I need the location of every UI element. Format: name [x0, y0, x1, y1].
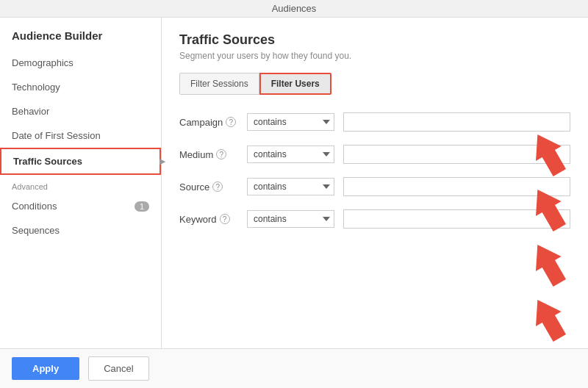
source-help-icon[interactable]: ? — [212, 182, 223, 192]
svg-marker-3 — [529, 292, 573, 345]
sidebar-item-date-label: Date of First Session — [12, 130, 101, 141]
keyword-label: Keyword ? — [179, 214, 238, 225]
sidebar-item-traffic-sources[interactable]: Traffic Sources — [0, 148, 161, 175]
content-title: Traffic Sources — [179, 32, 570, 48]
filter-sessions-button[interactable]: Filter Sessions — [179, 73, 259, 95]
apply-button[interactable]: Apply — [12, 357, 79, 380]
keyword-condition-select[interactable]: contains does not contain exactly matche… — [247, 210, 334, 228]
filter-users-button[interactable]: Filter Users — [259, 73, 331, 95]
medium-help-icon[interactable]: ? — [216, 149, 226, 159]
medium-condition-select[interactable]: contains does not contain exactly matche… — [247, 146, 334, 163]
sidebar-item-sequences[interactable]: Sequences — [0, 218, 161, 242]
campaign-filter-row: Campaign ? contains does not contain exa… — [179, 112, 570, 132]
filter-toggle-group: Filter Sessions Filter Users — [179, 73, 570, 95]
keyword-value-input[interactable] — [343, 209, 570, 229]
footer: Apply Cancel — [0, 348, 588, 388]
sidebar-item-conditions-label: Conditions — [12, 201, 57, 212]
svg-marker-2 — [529, 237, 573, 290]
source-filter-row: Source ? contains does not contain exact… — [179, 177, 570, 196]
medium-value-input[interactable] — [343, 145, 570, 164]
sidebar-item-technology[interactable]: Technology — [0, 75, 161, 99]
source-value-input[interactable] — [343, 177, 570, 196]
sidebar-item-behavior-label: Behavior — [12, 106, 49, 117]
top-bar: Audiences — [0, 0, 588, 18]
sidebar-title: Audience Builder — [0, 24, 161, 51]
sidebar-item-traffic-label: Traffic Sources — [13, 156, 82, 167]
sidebar-item-sequences-label: Sequences — [12, 225, 60, 236]
cancel-button[interactable]: Cancel — [88, 356, 148, 381]
conditions-badge: 1 — [135, 201, 149, 212]
sidebar-item-behavior[interactable]: Behavior — [0, 99, 161, 123]
campaign-condition-select[interactable]: contains does not contain exactly matche… — [247, 113, 334, 131]
content-subtitle: Segment your users by how they found you… — [179, 51, 570, 61]
medium-filter-row: Medium ? contains does not contain exact… — [179, 145, 570, 164]
campaign-label: Campaign ? — [179, 117, 238, 128]
sidebar-item-conditions[interactable]: Conditions 1 — [0, 194, 161, 218]
campaign-help-icon[interactable]: ? — [226, 117, 236, 127]
keyword-help-icon[interactable]: ? — [220, 214, 230, 224]
sidebar-item-demographics[interactable]: Demographics — [0, 51, 161, 75]
campaign-value-input[interactable] — [343, 112, 570, 132]
sidebar-item-date-of-first-session[interactable]: Date of First Session — [0, 123, 161, 148]
source-label: Source ? — [179, 182, 238, 193]
top-bar-label: Audiences — [272, 3, 317, 14]
content-area: Traffic Sources Segment your users by ho… — [162, 18, 588, 348]
sidebar-item-technology-label: Technology — [12, 82, 60, 93]
sidebar-item-demographics-label: Demographics — [12, 57, 74, 68]
keyword-filter-row: Keyword ? contains does not contain exac… — [179, 209, 570, 229]
advanced-section-label: Advanced — [0, 175, 161, 194]
source-condition-select[interactable]: contains does not contain exactly matche… — [247, 178, 334, 195]
medium-label: Medium ? — [179, 149, 238, 160]
sidebar: Audience Builder Demographics Technology… — [0, 18, 162, 348]
